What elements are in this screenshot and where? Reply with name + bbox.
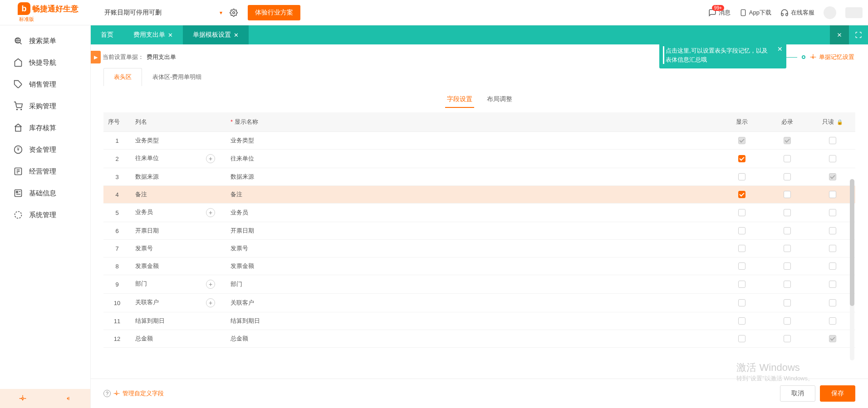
cell-display-name[interactable]: 开票日期 <box>226 222 719 240</box>
sub-tab[interactable]: 布局调整 <box>485 92 514 108</box>
checkbox[interactable] <box>784 209 791 216</box>
add-icon[interactable]: + <box>206 208 215 217</box>
table-row[interactable]: 7 发票号 发票号 <box>103 240 855 257</box>
checkbox[interactable] <box>738 245 745 252</box>
user-menu[interactable] <box>845 7 863 18</box>
app-download-button[interactable]: App下载 <box>740 9 771 17</box>
cell-name: 业务类型 <box>131 132 226 150</box>
tab-close-icon[interactable]: ✕ <box>234 32 239 39</box>
sidebar-item[interactable]: 采购管理 <box>0 95 90 117</box>
table-row[interactable]: 1 业务类型 业务类型 <box>103 132 855 150</box>
collapse-icon[interactable] <box>64 395 71 402</box>
checkbox[interactable] <box>738 191 745 198</box>
sidebar-item[interactable]: 库存核算 <box>0 117 90 139</box>
table-row[interactable]: 5 业务员+ 业务员 <box>103 204 855 222</box>
sidebar-item[interactable]: 快捷导航 <box>0 52 90 73</box>
checkbox[interactable] <box>738 209 745 216</box>
tab[interactable]: 费用支出单✕ <box>123 25 183 44</box>
fullscreen-button[interactable] <box>849 25 868 44</box>
cell-display-name[interactable]: 部门 <box>226 275 719 294</box>
checkbox[interactable] <box>829 209 836 216</box>
table-row[interactable]: 2 往来单位+ 往来单位 <box>103 150 855 168</box>
cell-display-name[interactable]: 数据来源 <box>226 168 719 186</box>
sidebar-item[interactable]: ¥资金管理 <box>0 139 90 160</box>
checkbox[interactable] <box>784 173 791 180</box>
checkbox[interactable] <box>829 299 836 306</box>
checkbox[interactable] <box>784 245 791 252</box>
sub-tab[interactable]: 字段设置 <box>445 92 474 108</box>
tooltip-close-icon[interactable]: ✕ <box>777 44 783 54</box>
checkbox[interactable] <box>829 281 836 288</box>
manage-custom-fields-link[interactable]: ? 管理自定义字段 <box>103 389 164 398</box>
checkbox[interactable] <box>738 155 745 162</box>
checkbox[interactable] <box>738 281 745 288</box>
tab-close-icon[interactable]: ✕ <box>168 32 173 39</box>
add-icon[interactable]: + <box>206 280 215 289</box>
avatar[interactable] <box>824 6 836 19</box>
table-row[interactable]: 3 数据来源 数据来源 <box>103 168 855 186</box>
table-row[interactable]: 10 关联客户+ 关联客户 <box>103 294 855 312</box>
cell-display-name[interactable]: 总金额 <box>226 330 719 348</box>
checkbox[interactable] <box>829 317 836 325</box>
scrollbar-track[interactable] <box>850 179 854 360</box>
checkbox[interactable] <box>738 299 745 306</box>
save-button[interactable]: 保存 <box>820 385 855 402</box>
checkbox[interactable] <box>829 191 836 198</box>
checkbox[interactable] <box>738 335 745 342</box>
cancel-button[interactable]: 取消 <box>780 385 815 402</box>
support-button[interactable]: 在线客服 <box>780 9 814 17</box>
table-row[interactable]: 6 开票日期 开票日期 <box>103 222 855 240</box>
table-row[interactable]: 9 部门+ 部门 <box>103 275 855 294</box>
checkbox[interactable] <box>784 281 791 288</box>
sidebar-item[interactable]: 销售管理 <box>0 73 90 95</box>
checkbox[interactable] <box>784 299 791 306</box>
checkbox[interactable] <box>784 227 791 234</box>
checkbox[interactable] <box>829 227 836 234</box>
sidebar-item[interactable]: 基础信息 <box>0 182 90 204</box>
cell-display-name[interactable]: 备注 <box>226 186 719 204</box>
section-tab[interactable]: 表体区-费用单明细 <box>142 68 212 86</box>
checkbox[interactable] <box>829 262 836 270</box>
add-icon[interactable]: + <box>206 298 215 307</box>
add-icon[interactable]: + <box>206 154 215 163</box>
checkbox[interactable] <box>829 137 836 144</box>
sidebar-item[interactable]: 经营管理 <box>0 160 90 182</box>
sidebar-item[interactable]: 搜索菜单 <box>0 30 90 52</box>
scrollbar-thumb[interactable] <box>850 179 854 306</box>
table-wrap[interactable]: 序号 列名 *显示名称 显示 必录 只读 🔒 1 业务类型 业务类型 2 往来单… <box>91 112 868 379</box>
cell-display-name[interactable]: 业务类型 <box>226 132 719 150</box>
expand-panel-button[interactable]: ▶ <box>91 51 101 63</box>
cell-display-name[interactable]: 发票号 <box>226 240 719 257</box>
checkbox[interactable] <box>738 227 745 234</box>
table-row[interactable]: 11 结算到期日 结算到期日 <box>103 312 855 330</box>
settings-icon[interactable] <box>19 395 26 402</box>
tab[interactable]: 首页 <box>91 25 123 44</box>
checkbox[interactable] <box>738 262 745 270</box>
section-tab[interactable]: 表头区 <box>103 68 142 86</box>
checkbox[interactable] <box>829 155 836 162</box>
checkbox[interactable] <box>784 262 791 270</box>
cell-display-name[interactable]: 业务员 <box>226 204 719 222</box>
cell-display-name[interactable]: 发票金额 <box>226 257 719 275</box>
checkbox[interactable] <box>784 335 791 342</box>
table-row[interactable]: 12 总金额 总金额 <box>103 330 855 348</box>
checkbox[interactable] <box>738 173 745 180</box>
checkbox[interactable] <box>784 191 791 198</box>
sidebar-item[interactable]: 系统管理 <box>0 204 90 226</box>
industry-solution-button[interactable]: 体验行业方案 <box>248 5 300 20</box>
messages-button[interactable]: 99+ 消息 <box>708 9 731 17</box>
cell-display-name[interactable]: 关联客户 <box>226 294 719 312</box>
close-all-tabs-button[interactable] <box>830 25 849 44</box>
checkbox[interactable] <box>784 317 791 325</box>
memo-settings-link[interactable]: 单据记忆设置 <box>785 53 854 61</box>
checkbox[interactable] <box>784 155 791 162</box>
account-selector[interactable]: 开账日期可停用可删 ▾ <box>104 9 222 17</box>
cell-display-name[interactable]: 往来单位 <box>226 150 719 168</box>
table-row[interactable]: 8 发票金额 发票金额 <box>103 257 855 275</box>
cell-display-name[interactable]: 结算到期日 <box>226 312 719 330</box>
checkbox[interactable] <box>738 317 745 325</box>
gear-icon[interactable] <box>230 9 238 17</box>
checkbox[interactable] <box>829 245 836 252</box>
table-row[interactable]: 4 备注 备注 <box>103 186 855 204</box>
tab[interactable]: 单据模板设置✕ <box>183 25 249 44</box>
